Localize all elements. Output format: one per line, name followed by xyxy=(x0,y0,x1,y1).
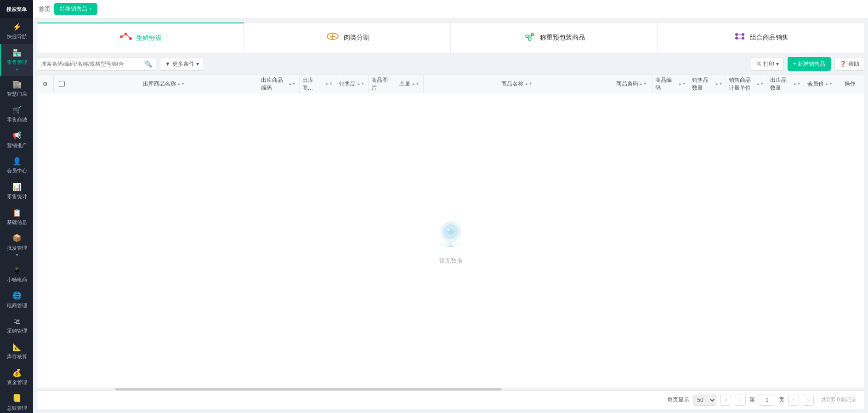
breadcrumb-home[interactable]: 首页 xyxy=(39,5,51,13)
inventory-icon: 📐 xyxy=(12,342,22,352)
meat-cut-label: 肉类分割 xyxy=(344,34,369,42)
sidebar-item-basic-info[interactable]: 📋 基础信息 xyxy=(0,204,33,230)
th-weight: 主量 ▲▼ xyxy=(396,75,424,93)
combo-sale-label: 组合商品销售 xyxy=(750,34,789,42)
last-page-button[interactable]: » xyxy=(803,395,814,406)
gear-settings-icon[interactable]: ⚙ xyxy=(43,81,48,87)
th-operation: 操作 xyxy=(836,75,864,93)
sort-icon-barcode[interactable]: ▲▼ xyxy=(639,82,647,86)
sort-icon[interactable]: ▲▼ xyxy=(177,82,185,86)
svg-line-3 xyxy=(121,34,126,37)
filter-icon: ▼ xyxy=(165,61,170,67)
fresh-grade-label: 生鲜分级 xyxy=(136,34,162,42)
finance-icon: 💰 xyxy=(12,368,22,378)
cat-tab-weigh-pack[interactable]: 称重预包装商品 xyxy=(451,23,658,53)
select-all-checkbox[interactable] xyxy=(59,81,65,87)
help-label: 帮助 xyxy=(848,60,859,68)
sort-icon-unit[interactable]: ▲▼ xyxy=(756,82,764,86)
weigh-pack-icon xyxy=(523,31,536,45)
sort-icon-price[interactable]: ▲▼ xyxy=(825,82,833,86)
table-scroll-thumb[interactable] xyxy=(115,388,501,390)
fresh-grade-icon xyxy=(119,31,132,45)
th-checkbox[interactable] xyxy=(54,75,70,93)
quick-nav-icon: ⚡ xyxy=(12,22,22,32)
retail-stat-icon: 📊 xyxy=(12,182,22,192)
filter-button[interactable]: ▼ 更多条件 ▾ xyxy=(160,57,204,71)
th-price: 会员价 ▲▼ xyxy=(804,75,836,93)
page-unit-label: 页 xyxy=(779,396,784,404)
sidebar-item-wholesale[interactable]: 📦 批发管理 ▾ xyxy=(0,229,33,261)
sidebar-item-inventory[interactable]: 📐 库存核算 xyxy=(0,338,33,364)
sidebar-item-quick-nav[interactable]: ⚡ 快捷导航 xyxy=(0,18,33,44)
sidebar-item-retail-mgmt[interactable]: 🏪 零售管理 ▾ xyxy=(0,44,33,76)
tab-close-icon[interactable]: × xyxy=(89,6,92,11)
sidebar-item-member[interactable]: 👤 会员中心 xyxy=(0,153,33,178)
marketing-icon: 📢 xyxy=(12,131,22,141)
sort-icon-gname[interactable]: ▲▼ xyxy=(524,82,533,86)
sidebar-item-ecom-mgmt[interactable]: 🌐 电商管理 xyxy=(0,287,33,313)
first-page-icon: « xyxy=(724,397,727,403)
sort-icon-spec[interactable]: ▲▼ xyxy=(325,82,333,86)
sort-icon-weight[interactable]: ▲▼ xyxy=(411,82,420,86)
last-page-icon: » xyxy=(807,397,810,403)
th-img: 商品图片 xyxy=(369,75,396,93)
sort-icon-sale[interactable]: ▲▼ xyxy=(357,82,365,86)
table-body-empty: 暂无数据 xyxy=(37,93,864,388)
sort-icon-outqty[interactable]: ▲▼ xyxy=(793,82,801,86)
sidebar-item-marketing[interactable]: 📢 营销推广 xyxy=(0,127,33,153)
retail-mgmt-icon: 🏪 xyxy=(12,48,22,58)
sort-icon-gcode[interactable]: ▲▼ xyxy=(678,82,686,86)
help-icon: ❓ xyxy=(840,61,846,67)
header-bar: 首页 特殊销售品 × xyxy=(33,0,868,18)
add-sale-item-button[interactable]: + 新增销售品 xyxy=(788,57,831,71)
sidebar-item-retail-mall[interactable]: 🛒 零售商城 xyxy=(0,102,33,127)
empty-state-icon xyxy=(432,216,469,253)
help-button[interactable]: ❓ 帮助 xyxy=(834,57,864,71)
combo-sale-icon xyxy=(733,31,746,45)
th-unit: 销售商品计量单位 ▲▼ xyxy=(726,75,767,93)
print-icon: 🖨 xyxy=(756,61,761,67)
wholesale-arrow: ▾ xyxy=(16,252,18,258)
page-size-select[interactable]: 10 20 50 100 xyxy=(693,395,716,406)
sort-icon-code[interactable]: ▲▼ xyxy=(288,82,296,86)
prev-page-button[interactable]: ‹ xyxy=(735,395,746,406)
retail-mall-icon: 🛒 xyxy=(12,105,22,115)
table-scrollbar[interactable] xyxy=(37,388,864,390)
page-content: 生鲜分级 肉类分割 xyxy=(33,18,868,413)
search-icon[interactable]: 🔍 xyxy=(145,61,152,68)
filter-label: 更多条件 xyxy=(172,60,194,68)
th-goods-name: 商品名称 ▲▼ xyxy=(424,75,612,93)
filter-arrow-icon: ▾ xyxy=(196,61,199,67)
toolbar: 🔍 ▼ 更多条件 ▾ 🖨 打印 ▾ + 新增销售品 ❓ xyxy=(37,57,864,71)
sidebar-item-purchase[interactable]: 🛍 采购管理 xyxy=(0,313,33,338)
wholesale-icon: 📦 xyxy=(12,233,22,243)
print-button[interactable]: 🖨 打印 ▾ xyxy=(751,57,784,71)
sidebar-item-retail-stat[interactable]: 📊 零售统计 xyxy=(0,178,33,204)
search-box[interactable]: 🔍 xyxy=(37,57,156,71)
cat-tab-meat-cut[interactable]: 肉类分割 xyxy=(244,23,451,53)
th-out-spec: 出库商… ▲▼ xyxy=(300,75,336,93)
sidebar-item-general-ledger[interactable]: 📒 总账管理 xyxy=(0,390,33,413)
active-tab[interactable]: 特殊销售品 × xyxy=(54,3,97,15)
sidebar-item-finance[interactable]: 💰 资金管理 xyxy=(0,364,33,390)
toolbar-right: 🖨 打印 ▾ + 新增销售品 ❓ 帮助 xyxy=(751,57,864,71)
print-arrow-icon: ▾ xyxy=(776,61,779,67)
smart-store-icon: 🏬 xyxy=(12,80,22,90)
th-out-qty: 出库品数量 ▲▼ xyxy=(767,75,804,93)
cat-tab-combo-sale[interactable]: 组合商品销售 xyxy=(658,23,864,53)
main-content: 首页 特殊销售品 × 生鲜分级 xyxy=(33,0,868,413)
sort-icon-saleqty[interactable]: ▲▼ xyxy=(715,82,723,86)
th-sale-qty: 销售品数量 ▲▼ xyxy=(689,75,726,93)
th-out-code: 出库商品编码 ▲▼ xyxy=(258,75,300,93)
cat-tab-fresh-grade[interactable]: 生鲜分级 xyxy=(37,23,244,53)
print-label: 打印 xyxy=(763,60,774,68)
page-number-input[interactable] xyxy=(759,395,775,406)
member-icon: 👤 xyxy=(12,156,22,166)
first-page-button[interactable]: « xyxy=(720,395,731,406)
prev-page-icon: ‹ xyxy=(739,397,741,403)
sidebar-item-mini-ecom[interactable]: 📱 小畅电商 xyxy=(0,261,33,287)
sidebar-item-smart-store[interactable]: 🏬 智慧门店 xyxy=(0,76,33,102)
search-input[interactable] xyxy=(41,61,143,67)
next-page-button[interactable]: › xyxy=(788,395,799,406)
th-gear[interactable]: ⚙ xyxy=(37,75,54,93)
